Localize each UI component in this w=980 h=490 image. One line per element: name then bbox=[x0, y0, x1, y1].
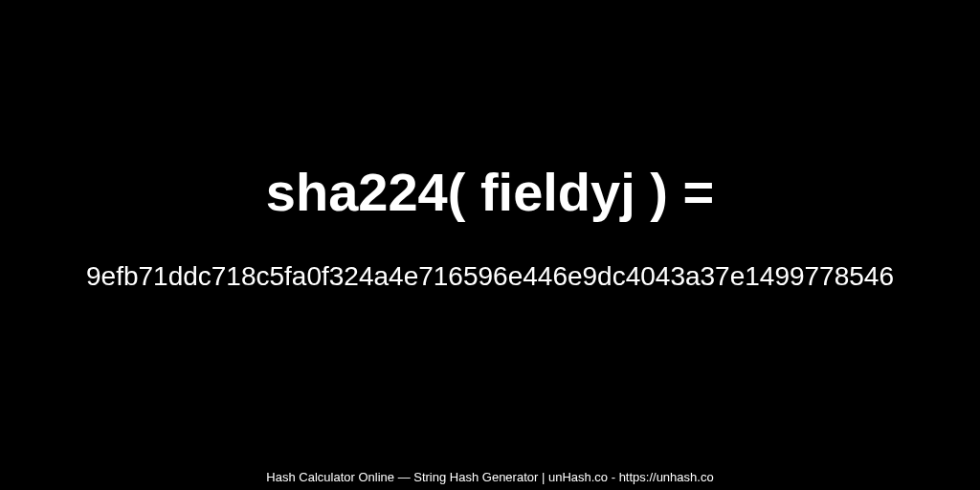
hash-expression: sha224( fieldyj ) = bbox=[266, 161, 714, 223]
footer-text: Hash Calculator Online — String Hash Gen… bbox=[266, 470, 713, 484]
hash-output: 9efb71ddc718c5fa0f324a4e716596e446e9dc40… bbox=[86, 261, 894, 292]
footer: Hash Calculator Online — String Hash Gen… bbox=[0, 463, 980, 490]
main-content: sha224( fieldyj ) = 9efb71ddc718c5fa0f32… bbox=[0, 0, 980, 452]
